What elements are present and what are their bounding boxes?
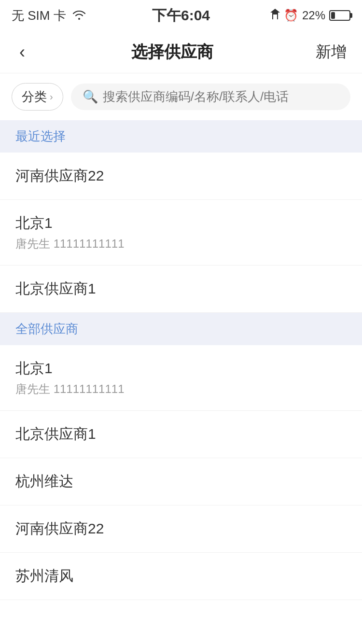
wifi-icon (72, 8, 86, 23)
status-left: 无 SIM 卡 (12, 7, 86, 24)
item-sub: 唐先生 11111111111 (15, 236, 347, 252)
location-icon (270, 9, 280, 22)
all-list-item[interactable]: 河南供应商22 (0, 505, 362, 553)
item-name: 北京供应商1 (15, 279, 347, 299)
category-button[interactable]: 分类 › (12, 83, 63, 111)
add-button[interactable]: 新增 (316, 42, 347, 63)
search-box[interactable]: 🔍 (71, 84, 350, 110)
recent-list-item[interactable]: 河南供应商22 (0, 153, 362, 200)
search-area: 分类 › 🔍 (0, 73, 362, 120)
all-section-label: 全部供应商 (15, 322, 78, 336)
all-section-header: 全部供应商 (0, 313, 362, 345)
recent-section-header: 最近选择 (0, 120, 362, 153)
item-name: 河南供应商22 (15, 519, 347, 539)
page-title: 选择供应商 (131, 41, 213, 63)
status-time: 下午6:04 (152, 6, 210, 26)
all-items-list: 北京1唐先生 11111111111北京供应商1杭州维达河南供应商22苏州清风 (0, 345, 362, 600)
search-input[interactable] (103, 89, 339, 104)
search-icon: 🔍 (83, 89, 98, 104)
recent-list-item[interactable]: 北京供应商1 (0, 266, 362, 313)
recent-list-item[interactable]: 北京1唐先生 11111111111 (0, 200, 362, 266)
item-name: 苏州清风 (15, 566, 347, 586)
all-list-item[interactable]: 杭州维达 (0, 458, 362, 505)
item-name: 北京1 (15, 359, 347, 378)
battery-text: 22% (302, 9, 325, 22)
item-name: 北京1 (15, 213, 347, 233)
battery-icon (329, 10, 350, 21)
item-name: 北京供应商1 (15, 424, 347, 444)
item-name: 河南供应商22 (15, 166, 347, 186)
recent-section-label: 最近选择 (15, 129, 66, 143)
item-sub: 唐先生 11111111111 (15, 381, 347, 397)
category-label: 分类 (22, 88, 47, 105)
back-button[interactable]: ‹ (15, 38, 29, 66)
all-list-item[interactable]: 北京1唐先生 11111111111 (0, 345, 362, 411)
carrier-text: 无 SIM 卡 (12, 7, 66, 24)
item-name: 杭州维达 (15, 472, 347, 491)
status-right: ⏰ 22% (270, 9, 350, 22)
recent-items-list: 河南供应商22北京1唐先生 11111111111北京供应商1 (0, 153, 362, 313)
status-bar: 无 SIM 卡 下午6:04 ⏰ 22% (0, 0, 362, 31)
alarm-icon: ⏰ (284, 9, 298, 22)
all-list-item[interactable]: 苏州清风 (0, 553, 362, 600)
chevron-right-icon: › (50, 91, 53, 102)
all-list-item[interactable]: 北京供应商1 (0, 411, 362, 458)
nav-bar: ‹ 选择供应商 新增 (0, 31, 362, 73)
